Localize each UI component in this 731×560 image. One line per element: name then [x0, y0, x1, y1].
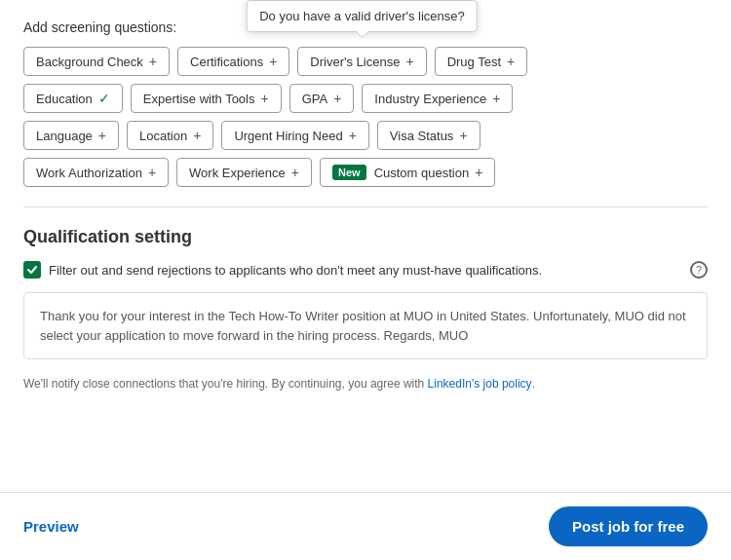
qualification-section: Qualification setting Filter out and sen…	[23, 227, 708, 392]
chips-row-4: Work Authorization + Work Experience + N…	[23, 158, 708, 187]
plus-icon: +	[405, 54, 413, 69]
chip-label: Visa Status	[390, 129, 454, 143]
chip-label: Industry Experience	[374, 92, 486, 106]
plus-icon: +	[507, 54, 515, 69]
plus-icon: +	[492, 91, 500, 106]
info-icon[interactable]: ?	[690, 261, 708, 279]
chip-label: Urgent Hiring Need	[234, 129, 342, 143]
chip-urgent-hiring-need[interactable]: Urgent Hiring Need +	[221, 121, 368, 150]
chips-row-3: Language + Location + Urgent Hiring Need…	[23, 121, 708, 150]
chip-visa-status[interactable]: Visa Status +	[377, 121, 481, 150]
rejection-message-box: Thank you for your interest in the Tech …	[23, 292, 708, 359]
chips-row-2: Education ✓ Expertise with Tools + GPA +…	[23, 84, 708, 113]
chip-work-experience[interactable]: Work Experience +	[176, 158, 312, 187]
chip-language[interactable]: Language +	[23, 121, 119, 150]
plus-icon: +	[291, 165, 299, 180]
chip-custom-question[interactable]: New Custom question +	[320, 158, 495, 187]
chip-label: Language	[36, 129, 93, 143]
chip-expertise-tools[interactable]: Expertise with Tools +	[131, 84, 282, 113]
chip-certifications[interactable]: Certifications +	[177, 47, 289, 76]
chip-label: Expertise with Tools	[143, 92, 255, 106]
filter-label: Filter out and send rejections to applic…	[49, 263, 682, 278]
chip-label: Background Check	[36, 55, 143, 69]
chip-drug-test[interactable]: Drug Test +	[435, 47, 528, 76]
plus-icon: +	[333, 91, 341, 106]
chip-gpa[interactable]: GPA +	[289, 84, 355, 113]
policy-text-before: We'll notify close connections that you'…	[23, 377, 428, 391]
chip-label: Custom question	[374, 166, 470, 180]
section-divider	[23, 206, 708, 207]
chip-label: Certifications	[190, 55, 263, 69]
chip-label: Location	[139, 129, 187, 143]
new-badge: New	[332, 165, 366, 180]
chip-label: Driver's License	[310, 55, 400, 69]
plus-icon: +	[269, 54, 277, 69]
footer-bar: Preview Post job for free	[0, 492, 731, 560]
chip-label: GPA	[302, 92, 328, 106]
filter-row: Filter out and send rejections to applic…	[23, 261, 708, 279]
plus-icon: +	[260, 91, 268, 106]
chips-row-1: Background Check + Certifications + Do y…	[23, 47, 708, 76]
filter-checkbox[interactable]	[23, 261, 41, 279]
chip-work-authorization[interactable]: Work Authorization +	[23, 158, 169, 187]
add-screening-label: Add screening questions:	[23, 19, 708, 35]
plus-icon: +	[475, 165, 482, 180]
chip-label: Work Authorization	[36, 166, 142, 180]
chip-drivers-license[interactable]: Driver's License +	[297, 47, 426, 76]
plus-icon: +	[193, 128, 201, 143]
policy-text-after: .	[532, 377, 535, 391]
plus-icon: +	[349, 128, 357, 143]
post-job-button[interactable]: Post job for free	[549, 506, 708, 546]
preview-button[interactable]: Preview	[23, 518, 79, 535]
plus-icon: +	[149, 54, 157, 69]
qualification-title: Qualification setting	[23, 227, 708, 247]
chip-background-check[interactable]: Background Check +	[23, 47, 170, 76]
plus-icon: +	[459, 128, 467, 143]
linkedin-policy-link[interactable]: LinkedIn's job policy	[428, 377, 532, 391]
chip-label: Drug Test	[447, 55, 501, 69]
plus-icon: +	[148, 165, 156, 180]
policy-text: We'll notify close connections that you'…	[23, 375, 708, 392]
check-icon: ✓	[98, 91, 110, 106]
chip-industry-experience[interactable]: Industry Experience +	[362, 84, 513, 113]
chip-education[interactable]: Education ✓	[23, 84, 123, 113]
chip-label: Work Experience	[189, 166, 286, 180]
chip-label: Education	[36, 92, 93, 106]
plus-icon: +	[98, 128, 106, 143]
drivers-license-container: Do you have a valid driver's license? Dr…	[297, 47, 426, 76]
chip-location[interactable]: Location +	[127, 121, 213, 150]
